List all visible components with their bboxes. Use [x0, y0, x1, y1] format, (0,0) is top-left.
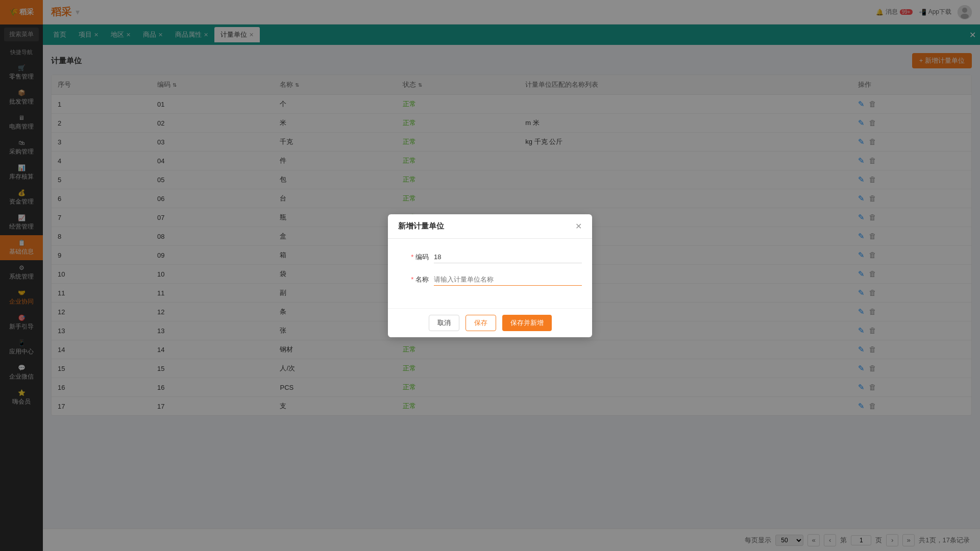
modal-close-button[interactable]: ✕: [575, 221, 582, 231]
name-field-label: 名称: [398, 275, 429, 284]
name-field-row: 名称: [398, 273, 582, 286]
code-input[interactable]: [434, 251, 582, 263]
modal-overlay[interactable]: 新增计量单位 ✕ 编码 名称 取消 保存 保存并新增: [0, 0, 980, 551]
modal-title: 新增计量单位: [398, 221, 444, 231]
add-unit-modal: 新增计量单位 ✕ 编码 名称 取消 保存 保存并新增: [388, 214, 592, 337]
save-button[interactable]: 保存: [465, 315, 496, 331]
cancel-button[interactable]: 取消: [429, 315, 459, 331]
name-input[interactable]: [434, 273, 582, 286]
code-field-row: 编码: [398, 251, 582, 263]
save-and-new-button[interactable]: 保存并新增: [502, 315, 552, 331]
code-field-label: 编码: [398, 253, 429, 262]
modal-header: 新增计量单位 ✕: [388, 214, 592, 239]
modal-footer: 取消 保存 保存并新增: [388, 308, 592, 337]
modal-body: 编码 名称: [388, 239, 592, 308]
